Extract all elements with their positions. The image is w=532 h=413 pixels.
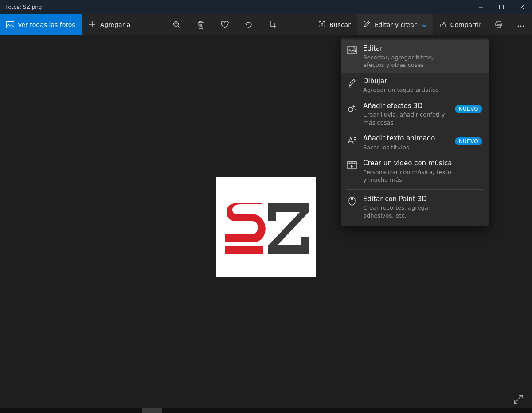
svg-point-5 [11,22,12,23]
title-bar: Fotos: SZ.png [0,0,532,14]
zoom-button[interactable] [171,19,183,31]
svg-point-37 [348,107,353,112]
paint3d-icon [347,196,357,206]
edit-create-label: Editar y crear [375,21,417,28]
svg-point-27 [518,26,519,27]
menu-item-video-title: Crear un vídeo con música [363,159,456,168]
menu-item-text-sub: Sacar los títulos [363,144,456,152]
sparkle-icon [347,103,357,113]
svg-rect-26 [497,25,501,27]
menu-item-3d-effects[interactable]: Añadir efectos 3D Crear lluvia, añadir c… [341,98,489,131]
minimize-icon [479,5,483,9]
search-label: Buscar [329,21,351,28]
menu-item-video-sub: Personalizar con música, texto y mucho m… [363,168,456,184]
add-to-button[interactable]: Agregar a [82,14,138,35]
maximize-button[interactable] [491,0,512,14]
menu-item-edit-sub: Recortar, agregar filtros, efectos y otr… [363,54,456,69]
favorite-button[interactable] [219,19,231,31]
toolbar-left: Ver todas las fotos Agregar a [0,14,137,35]
rotate-button[interactable] [243,19,254,31]
svg-line-51 [514,400,518,403]
close-button[interactable] [512,0,532,14]
crop-icon [269,21,277,29]
see-all-photos-button[interactable]: Ver todas las fotos [0,14,82,35]
svg-rect-40 [354,139,356,140]
svg-point-29 [523,26,524,27]
edit-image-icon [347,46,357,55]
svg-rect-35 [301,237,309,246]
edit-icon [363,20,371,30]
svg-rect-30 [225,246,263,254]
share-button[interactable]: Compartir [433,14,488,35]
menu-item-paint3d[interactable]: Editar con Paint 3D Crear recortes, agre… [341,191,489,224]
image-frame [216,177,316,277]
menu-item-draw-sub: Agregar un toque artístico [363,86,456,94]
menu-item-animated-text[interactable]: Añadir texto animado Sacar los títulos N… [341,130,489,155]
svg-rect-39 [354,137,356,138]
taskbar-active-item[interactable] [142,408,162,413]
svg-point-49 [351,198,353,200]
trash-icon [197,21,204,29]
svg-line-9 [178,26,180,28]
svg-rect-16 [319,21,319,23]
svg-rect-33 [268,245,309,254]
menu-item-draw-title: Dibujar [363,77,456,86]
svg-rect-25 [496,23,502,26]
svg-point-38 [355,109,356,110]
toolbar-center [167,14,283,35]
taskbar[interactable] [0,408,532,413]
menu-item-draw[interactable]: Dibujar Agregar un toque artístico [341,73,489,98]
toolbar-right: Buscar Editar y crear Compartir [312,14,532,35]
menu-item-paint3d-title: Editar con Paint 3D [363,195,456,204]
menu-item-text-title: Añadir texto animado [363,134,456,143]
crop-button[interactable] [267,19,278,31]
svg-line-50 [519,395,522,399]
heart-icon [221,21,229,28]
text-icon [347,136,357,145]
maximize-icon [499,5,504,9]
svg-point-23 [321,23,323,25]
share-label: Compartir [450,21,481,28]
see-all-photos-label: Ver todas las fotos [18,21,75,28]
fullscreen-button[interactable] [512,394,524,405]
print-icon [495,20,503,30]
menu-item-edit[interactable]: Editar Recortar, agregar filtros, efecto… [341,40,489,73]
menu-item-paint3d-sub: Crear recortes, agregar adhesivos, etc. [363,204,456,219]
close-icon [520,5,524,9]
more-icon [517,21,525,28]
svg-rect-31 [268,203,309,212]
menu-separator [346,189,483,190]
video-icon [347,160,357,170]
edit-create-button[interactable]: Editar y crear [357,14,433,35]
window-controls [471,0,532,14]
zoom-icon [173,21,181,29]
sz-logo [222,198,310,256]
svg-rect-4 [7,22,14,28]
more-button[interactable] [510,14,532,35]
svg-rect-41 [354,141,356,141]
fullscreen-icon [513,394,523,404]
new-badge: NUEVO [455,137,482,145]
search-button[interactable]: Buscar [312,14,357,35]
svg-rect-20 [319,25,319,27]
svg-rect-36 [348,47,356,54]
visual-search-icon [318,20,326,30]
rotate-icon [245,21,253,29]
svg-rect-1 [500,5,504,9]
menu-item-create-video[interactable]: Crear un vídeo con música Personalizar c… [341,155,489,188]
pen-icon [347,78,357,88]
add-to-label: Agregar a [100,21,131,28]
svg-rect-42 [348,162,356,169]
minimize-button[interactable] [471,0,491,14]
svg-point-28 [520,26,522,27]
chevron-down-icon [422,21,426,28]
window-title: Fotos: SZ.png [0,4,42,10]
svg-rect-18 [325,21,325,23]
delete-button[interactable] [195,19,207,31]
menu-item-3d-sub: Crear lluvia, añadir confeti y más cosas [363,111,456,126]
print-button[interactable] [488,14,510,35]
new-badge: NUEVO [455,105,482,113]
svg-rect-22 [325,25,325,27]
edit-create-menu: Editar Recortar, agregar filtros, efecto… [341,38,489,226]
gallery-icon [6,21,14,29]
